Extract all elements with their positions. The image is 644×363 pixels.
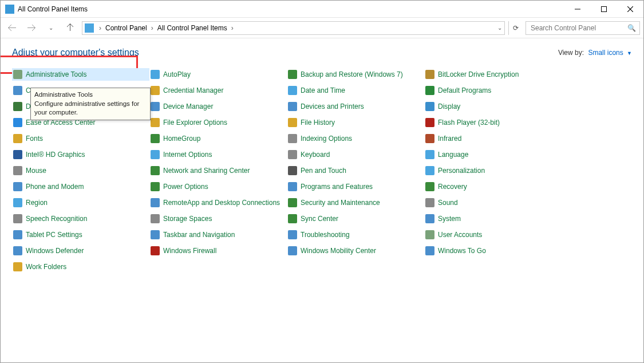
cp-item-internet-options[interactable]: Internet Options xyxy=(149,148,287,161)
tablet-pc-settings-icon xyxy=(13,230,22,239)
address-dropdown-icon[interactable]: ⌄ xyxy=(497,25,502,31)
cp-item-windows-defender[interactable]: Windows Defender xyxy=(12,244,149,257)
cp-item-label: Flash Player (32-bit) xyxy=(438,119,500,127)
cp-item-fonts[interactable]: Fonts xyxy=(12,132,149,145)
close-button[interactable] xyxy=(617,1,643,17)
cp-item-storage-spaces[interactable]: Storage Spaces xyxy=(149,212,287,225)
cp-item-windows-mobility-center[interactable]: Windows Mobility Center xyxy=(287,244,424,257)
dell-audio-icon xyxy=(13,102,22,111)
back-button[interactable]: 🡠 xyxy=(4,20,20,36)
up-button[interactable]: 🡡 xyxy=(62,20,78,36)
cp-item-personalization[interactable]: Personalization xyxy=(424,164,562,177)
cp-item-region[interactable]: Region xyxy=(12,196,149,209)
cp-item-default-programs[interactable]: Default Programs xyxy=(424,84,562,97)
cp-item-homegroup[interactable]: HomeGroup xyxy=(149,132,287,145)
windows-defender-icon xyxy=(13,246,22,255)
cp-item-bitlocker-drive-encryption[interactable]: BitLocker Drive Encryption xyxy=(424,68,562,81)
cp-item-troubleshooting[interactable]: Troubleshooting xyxy=(287,228,424,241)
control-panel-app-icon xyxy=(5,5,14,14)
cp-item-label: Mouse xyxy=(26,167,46,175)
cp-item-pen-and-touch[interactable]: Pen and Touch xyxy=(287,164,424,177)
autoplay-icon xyxy=(151,70,160,79)
cp-item-user-accounts[interactable]: User Accounts xyxy=(424,228,562,241)
titlebar: All Control Panel Items xyxy=(1,1,643,18)
search-input[interactable] xyxy=(530,23,627,33)
navbar: 🡠 🡢 ⌄ 🡡 › Control Panel › All Control Pa… xyxy=(1,18,643,38)
cp-item-recovery[interactable]: Recovery xyxy=(424,180,562,193)
cp-item-display[interactable]: Display xyxy=(424,100,562,113)
cp-item-label: Work Folders xyxy=(26,263,66,271)
breadcrumb-all-items[interactable]: All Control Panel Items xyxy=(156,23,228,33)
cp-item-label: Speech Recognition xyxy=(26,215,87,223)
maximize-button[interactable] xyxy=(591,1,617,17)
search-icon: 🔍 xyxy=(627,24,636,32)
file-history-icon xyxy=(288,118,297,127)
cp-item-keyboard[interactable]: Keyboard xyxy=(287,148,424,161)
keyboard-icon xyxy=(288,150,297,159)
minimize-icon xyxy=(575,6,580,12)
cp-item-windows-to-go[interactable]: Windows To Go xyxy=(424,244,562,257)
credential-manager-icon xyxy=(151,86,160,95)
cp-item-credential-manager[interactable]: Credential Manager xyxy=(149,84,287,97)
cp-item-programs-and-features[interactable]: Programs and Features xyxy=(287,180,424,193)
cp-item-label: Region xyxy=(26,199,48,207)
cp-item-power-options[interactable]: Power Options xyxy=(149,180,287,193)
cp-item-file-explorer-options[interactable]: File Explorer Options xyxy=(149,116,287,129)
cp-item-windows-firewall[interactable]: Windows Firewall xyxy=(149,244,287,257)
search-box[interactable]: 🔍 xyxy=(526,21,640,35)
forward-button[interactable]: 🡢 xyxy=(23,20,39,36)
cp-item-label: Windows Mobility Center xyxy=(301,247,376,255)
cp-item-label: Devices and Printers xyxy=(301,102,364,111)
programs-and-features-icon xyxy=(288,182,297,191)
cp-item-phone-and-modem[interactable]: Phone and Modem xyxy=(12,180,149,193)
cp-item-device-manager[interactable]: Device Manager xyxy=(149,100,287,113)
address-bar[interactable]: › Control Panel › All Control Panel Item… xyxy=(82,21,505,35)
cp-item-devices-and-printers[interactable]: Devices and Printers xyxy=(287,100,424,113)
cp-item-system[interactable]: System xyxy=(424,212,562,225)
cp-item-language[interactable]: Language xyxy=(424,148,562,161)
file-explorer-options-icon xyxy=(151,118,160,127)
cp-item-label: Storage Spaces xyxy=(163,215,212,223)
cp-item-mouse[interactable]: Mouse xyxy=(12,164,149,177)
cp-item-backup-and-restore-windows-7[interactable]: Backup and Restore (Windows 7) xyxy=(287,68,424,81)
refresh-button[interactable]: ⟳ xyxy=(508,21,522,35)
minimize-button[interactable] xyxy=(564,1,591,17)
cp-item-tablet-pc-settings[interactable]: Tablet PC Settings xyxy=(12,228,149,241)
pen-and-touch-icon xyxy=(288,166,297,175)
cp-item-label: Security and Maintenance xyxy=(301,199,380,207)
cp-item-date-and-time[interactable]: Date and Time xyxy=(287,84,424,97)
device-manager-icon xyxy=(151,102,160,111)
cp-item-label: Credential Manager xyxy=(163,86,223,94)
cp-item-autoplay[interactable]: AutoPlay xyxy=(149,68,287,81)
work-folders-icon xyxy=(13,262,22,271)
cp-item-sound[interactable]: Sound xyxy=(424,196,562,209)
breadcrumb-control-panel[interactable]: Control Panel xyxy=(104,23,148,33)
cp-item-label: Date and Time xyxy=(301,86,345,94)
cp-item-network-and-sharing-center[interactable]: Network and Sharing Center xyxy=(149,164,287,177)
recent-dropdown[interactable]: ⌄ xyxy=(43,20,59,36)
cp-item-label: Sync Center xyxy=(301,215,338,223)
cp-item-administrative-tools[interactable]: Administrative Tools xyxy=(12,68,149,81)
cp-item-taskbar-and-navigation[interactable]: Taskbar and Navigation xyxy=(149,228,287,241)
cp-item-label: Internet Options xyxy=(163,151,212,159)
cp-item-label: Tablet PC Settings xyxy=(26,231,82,239)
cp-item-remoteapp-and-desktop-connections[interactable]: RemoteApp and Desktop Connections xyxy=(149,196,287,209)
close-icon xyxy=(627,6,633,12)
cp-item-file-history[interactable]: File History xyxy=(287,116,424,129)
troubleshooting-icon xyxy=(288,230,297,239)
cp-item-indexing-options[interactable]: Indexing Options xyxy=(287,132,424,145)
cp-item-label: System xyxy=(438,215,461,223)
cp-item-label: File History xyxy=(301,119,335,127)
cp-item-flash-player-32-bit[interactable]: Flash Player (32-bit) xyxy=(424,116,562,129)
cp-item-work-folders[interactable]: Work Folders xyxy=(12,261,149,273)
items-grid: Administrative Tools Configure administr… xyxy=(1,61,643,280)
default-programs-icon xyxy=(425,86,434,95)
view-by: View by: Small icons ▼ xyxy=(558,49,632,57)
view-by-dropdown[interactable]: Small icons ▼ xyxy=(588,49,632,57)
cp-item-security-and-maintenance[interactable]: Security and Maintenance xyxy=(287,196,424,209)
cp-item-infrared[interactable]: Infrared xyxy=(424,132,562,145)
cp-item-label: Device Manager xyxy=(163,102,213,111)
cp-item-intel-hd-graphics[interactable]: Intel® HD Graphics xyxy=(12,148,149,161)
cp-item-sync-center[interactable]: Sync Center xyxy=(287,212,424,225)
cp-item-speech-recognition[interactable]: Speech Recognition xyxy=(12,212,149,225)
